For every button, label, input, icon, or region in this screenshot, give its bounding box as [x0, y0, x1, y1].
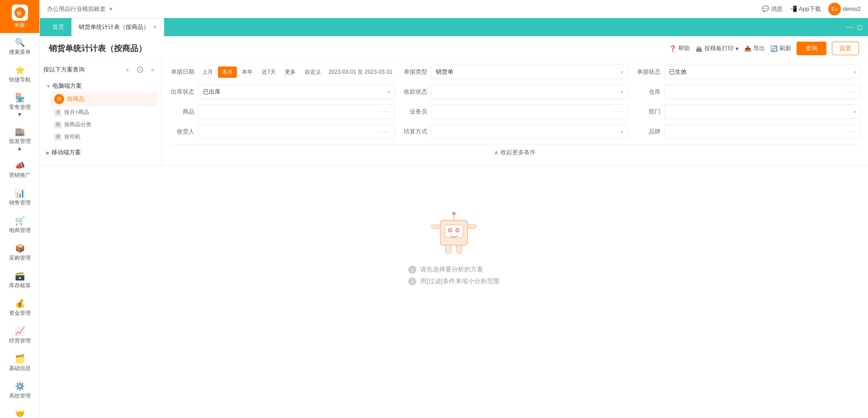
scheme-group-pc: ▼ 电脑端方案 按 按商品 月 按月+商品 [43, 80, 158, 143]
sidebar-item-inventory-label: 库存核算 [9, 282, 31, 290]
doc-type-value[interactable]: 销货单 ▾ [431, 65, 627, 79]
sidebar-item-wholesale[interactable]: 🏬 批发管理 ▲ [0, 122, 39, 156]
brand-value[interactable]: ··· [664, 124, 861, 139]
company-dropdown-icon[interactable]: ▾ [109, 5, 113, 12]
date-tabs: 上月 本月 本年 近7天 更多 自定义 [198, 66, 325, 78]
retail-icon: 🏪 [15, 93, 25, 103]
app-download-icon: 📲 [790, 5, 797, 12]
print-template-btn[interactable]: 🖨️ 按模板打印 ▾ [695, 44, 739, 52]
sidebar: 畅 标版 🔍 搜索菜单 ⭐ 快捷导航 🏪 零售管理 ▼ 🏬 批发管理 ▲ 📣 营… [0, 0, 40, 418]
tip-num-2: 2 [408, 277, 416, 285]
filter-section: 按以下方案查询 + ✎ « ▼ 电脑端方案 [40, 59, 868, 166]
scheme-edit-btn[interactable]: ✎ [135, 65, 145, 75]
recipient-label: 收货人 [169, 128, 194, 136]
svg-rect-12 [446, 245, 451, 253]
message-label: 消息 [771, 5, 783, 13]
mobile-group-arrow: ▶ [46, 150, 50, 155]
sidebar-item-basic[interactable]: 🗂️ 基础信息 [0, 349, 39, 377]
user-name: demo2 [843, 5, 861, 12]
warehouse-value[interactable]: ··· [664, 85, 861, 99]
sidebar-item-ecommerce[interactable]: 🛒 电商管理 [0, 211, 39, 239]
out-status-text: 已出库 [203, 88, 221, 96]
scheme-item-by-goods-category[interactable]: 回 按商品分类 [51, 119, 158, 131]
help-btn[interactable]: ❓ 帮助 [669, 44, 690, 52]
logo-area: 畅 标版 [0, 0, 39, 33]
scheme-add-btn[interactable]: + [123, 65, 132, 75]
search-nav-icon: 🔍 [15, 38, 25, 48]
print-dropdown-icon: ▾ [736, 45, 739, 52]
tab-home[interactable]: 首页 [45, 18, 71, 36]
empty-tip-1: 1 请先选择要分析的方案 [408, 266, 500, 274]
filter-item-department: 部门 ▾ [635, 104, 861, 119]
refresh-btn[interactable]: 🔄 刷新 [770, 44, 791, 52]
sidebar-item-finance[interactable]: 💰 资金管理 [0, 294, 39, 322]
filter-item-doc-status: 单据状态 已生效 ▾ [635, 65, 861, 79]
sidebar-item-purchase-label: 采购管理 [9, 254, 31, 262]
sidebar-item-search[interactable]: 🔍 搜索菜单 [0, 33, 39, 61]
date-tab-7days[interactable]: 近7天 [258, 66, 280, 78]
tab-maximize-icon[interactable]: ⊡ [857, 23, 863, 32]
sidebar-item-quick-nav[interactable]: ⭐ 快捷导航 [0, 61, 39, 88]
sidebar-item-enterprise[interactable]: 🤝 企业协同 [0, 404, 39, 418]
scheme-item-by-driver[interactable]: 回 按司机 [51, 131, 158, 143]
export-btn[interactable]: 📤 导出 [744, 44, 765, 52]
tip-text-2: 用[过滤]条件来缩小分析范围 [420, 277, 500, 285]
logo-icon: 畅 [12, 5, 28, 21]
svg-rect-11 [467, 225, 476, 228]
company-name: 办公用品行业模拟账套 [47, 5, 106, 13]
scheme-item-by-month-goods[interactable]: 月 按月+商品 [51, 106, 158, 119]
scheme-group-pc-header[interactable]: ▼ 电脑端方案 [43, 80, 158, 92]
sidebar-item-retail[interactable]: 🏪 零售管理 ▼ [0, 88, 39, 122]
recipient-value[interactable]: ··· [198, 124, 395, 139]
basic-icon: 🗂️ [15, 354, 25, 364]
sidebar-item-marketing[interactable]: 📣 营销推广 [0, 156, 39, 184]
svg-rect-13 [457, 245, 462, 253]
collect-status-value[interactable]: ▾ [431, 85, 627, 99]
salesperson-value[interactable]: ··· [431, 104, 627, 119]
department-arrow: ▾ [854, 109, 856, 114]
message-btn[interactable]: 💬 消息 [762, 5, 783, 13]
date-tab-this-year[interactable]: 本年 [238, 66, 257, 78]
scheme-group-mobile-header[interactable]: ▶ 移动端方案 [43, 147, 158, 158]
scheme-group-mobile: ▶ 移动端方案 [43, 147, 158, 158]
scheme-panel: 按以下方案查询 + ✎ « ▼ 电脑端方案 [40, 59, 162, 166]
doc-type-arrow: ▾ [621, 70, 623, 75]
sidebar-item-operations[interactable]: 📈 经营管理 [0, 322, 39, 349]
collapse-filter-btn[interactable]: ∧ 收起更多条件 [169, 144, 861, 160]
filter-item-warehouse: 仓库 ··· [635, 85, 861, 99]
export-icon: 📤 [744, 45, 751, 52]
out-status-arrow: ▾ [387, 90, 390, 95]
date-tab-custom[interactable]: 自定义 [301, 66, 325, 78]
tab-close-icon[interactable]: ✕ [153, 24, 157, 30]
app-download-btn[interactable]: 📲 App下载 [790, 5, 821, 13]
scheme-item-by-goods[interactable]: 按 按商品 [51, 92, 158, 106]
pc-group-label: 电脑端方案 [52, 82, 82, 90]
scheme-icon-goods-cat: 回 [54, 121, 61, 128]
goods-value[interactable]: ··· [198, 104, 395, 119]
sidebar-item-inventory[interactable]: 🗃️ 库存核算 [0, 266, 39, 294]
sidebar-item-system[interactable]: ⚙️ 系统管理 [0, 377, 39, 404]
home-tab-label: 首页 [52, 23, 64, 31]
settings-button[interactable]: 设置 [832, 42, 859, 55]
sidebar-item-purchase[interactable]: 📦 采购管理 [0, 239, 39, 266]
out-status-value[interactable]: 已出库 ▾ [198, 85, 395, 99]
svg-text:✎: ✎ [139, 68, 142, 72]
date-tab-this-month[interactable]: 本月 [218, 66, 237, 78]
filter-panel: 单据日期 上月 本月 本年 近7天 更多 自定义 2023-03-01 至 20… [162, 59, 868, 166]
wholesale-icon: 🏬 [15, 127, 25, 137]
tab-report[interactable]: 销货单统计计表（按商品） ✕ [71, 18, 164, 36]
query-button[interactable]: 查询 [797, 42, 826, 55]
settle-method-value[interactable]: ▾ [431, 124, 627, 139]
sidebar-item-wholesale-label: 批发管理 [9, 138, 31, 145]
department-value[interactable]: ▾ [664, 104, 861, 119]
export-label: 导出 [753, 44, 765, 52]
avatar-text: Ea [832, 6, 838, 12]
doc-status-value[interactable]: 已生效 ▾ [664, 65, 861, 79]
sidebar-item-sales[interactable]: 📊 销售管理 [0, 184, 39, 211]
user-profile[interactable]: Ea demo2 [828, 3, 861, 15]
scheme-collapse-btn[interactable]: « [148, 65, 158, 75]
date-tab-more[interactable]: 更多 [281, 66, 300, 78]
tab-minimize-icon[interactable]: — [846, 23, 853, 31]
date-tab-last-month[interactable]: 上月 [198, 66, 217, 78]
operations-icon: 📈 [15, 326, 25, 336]
